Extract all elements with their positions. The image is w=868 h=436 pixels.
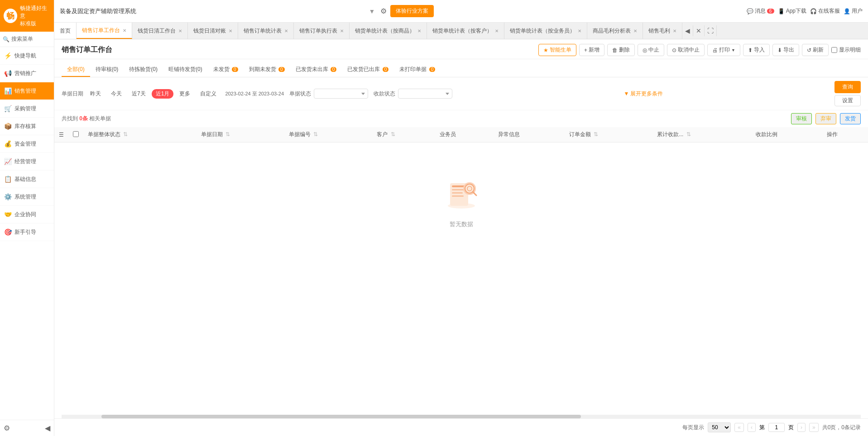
last-page-btn[interactable]: » <box>809 423 819 432</box>
tab-sales-stats-customer[interactable]: 销货单统计表（按客户） ✕ <box>427 23 504 39</box>
tab-cash-daily[interactable]: 钱货日清工作台 ✕ <box>132 23 188 39</box>
sub-tab-wangpu[interactable]: 旺铺待发货(0) <box>163 63 208 77</box>
select-all-checkbox[interactable] <box>73 131 79 137</box>
sidebar-item-label: 采购管理 <box>14 105 36 113</box>
tab-maximize-btn[interactable]: ⛶ <box>705 25 717 36</box>
next-page-btn[interactable]: › <box>797 423 806 432</box>
sidebar-item-inventory[interactable]: 📦 库存核算 <box>0 118 54 135</box>
sidebar-item-marketing[interactable]: 📢 营销推广 <box>0 65 54 82</box>
tab-close-icon[interactable]: ✕ <box>633 28 637 33</box>
sidebar-item-base-info[interactable]: 📋 基础信息 <box>0 171 54 188</box>
app-download-btn[interactable]: 📱 App下载 <box>778 7 806 15</box>
sidebar-item-finance[interactable]: 💰 资金管理 <box>0 135 54 153</box>
sidebar-item-guide[interactable]: 🎯 新手引导 <box>0 223 54 241</box>
tab-sales-order-workspace[interactable]: 销售订单工作台 ✕ <box>77 23 132 39</box>
sub-tab-pending-inspection[interactable]: 待拣验货(0) <box>124 63 163 77</box>
audit-batch-btn[interactable]: 审核 <box>791 113 812 124</box>
refresh-btn[interactable]: ↺ 刷新 <box>802 44 829 56</box>
add-btn[interactable]: + 新增 <box>579 44 604 56</box>
date-btn-1month[interactable]: 近1月 <box>152 89 174 99</box>
tab-sales-order-exec[interactable]: 销售订单执行表 ✕ <box>294 23 350 39</box>
handshake-icon: 🤝 <box>4 210 12 218</box>
tab-close-icon[interactable]: ✕ <box>340 28 344 33</box>
sidebar-item-quick-nav[interactable]: ⚡ 快捷导航 <box>0 47 54 65</box>
clipboard-icon: 📋 <box>4 175 12 183</box>
date-btn-yesterday[interactable]: 昨天 <box>86 89 105 99</box>
print-icon: 🖨 <box>712 47 718 53</box>
sort-number-icon[interactable]: ⇅ <box>313 131 318 137</box>
tab-close-icon[interactable]: ✕ <box>229 28 232 33</box>
tab-close-icon[interactable]: ✕ <box>284 28 288 33</box>
tab-sales-stats-product[interactable]: 销货单统计表（按商品） ✕ <box>350 23 427 39</box>
ship-batch-btn[interactable]: 发货 <box>840 113 861 124</box>
sub-tab-shipped-not-in[interactable]: 已发货未出库 0 <box>290 63 342 77</box>
import-btn[interactable]: ⬆ 导入 <box>743 44 770 56</box>
tab-close-icon[interactable]: ✕ <box>673 28 676 33</box>
message-btn[interactable]: 💬 消息 6 <box>747 7 774 15</box>
tab-close-icon[interactable]: ✕ <box>495 28 499 33</box>
print-btn[interactable]: 🖨 打印 ▼ <box>707 44 740 56</box>
tab-close-all-btn[interactable]: ✕ <box>693 25 705 36</box>
show-detail-checkbox[interactable]: 显示明细 <box>831 46 861 54</box>
sort-customer-icon[interactable]: ⇅ <box>391 131 395 137</box>
tab-cash-reconcile[interactable]: 钱货日清对账 ✕ <box>188 23 238 39</box>
sidebar-item-operations[interactable]: 📈 经营管理 <box>0 153 54 171</box>
horizontal-scrollbar[interactable] <box>62 415 861 418</box>
sidebar-item-purchase[interactable]: 🛒 采购管理 <box>0 100 54 118</box>
sidebar-item-sales[interactable]: 📊 销售管理 <box>0 82 54 100</box>
collapse-icon[interactable]: ◀ <box>45 424 50 432</box>
sort-status-icon[interactable]: ⇅ <box>123 131 128 137</box>
tab-close-icon[interactable]: ✕ <box>417 28 421 33</box>
per-page-select[interactable]: 10 20 50 100 <box>708 422 731 432</box>
smart-create-btn[interactable]: ★ 智能生单 <box>538 44 576 56</box>
export-btn[interactable]: ⬇ 导出 <box>772 44 799 56</box>
tab-home[interactable]: 首页 <box>54 23 77 39</box>
tab-close-icon[interactable]: ✕ <box>178 28 182 33</box>
date-btn-custom[interactable]: 自定义 <box>196 89 221 99</box>
sub-tab-expired-not-shipped[interactable]: 到期未发货 0 <box>244 63 290 77</box>
dropdown-arrow-icon[interactable]: ▼ <box>369 8 375 15</box>
unaudit-batch-btn[interactable]: 弃审 <box>815 113 836 124</box>
settings-query-btn[interactable]: 设置 <box>834 95 861 106</box>
settings-icon[interactable]: ⚙ <box>4 424 10 432</box>
sidebar-item-enterprise[interactable]: 🤝 企业协同 <box>0 206 54 223</box>
sort-amount-icon[interactable]: ⇅ <box>594 131 598 137</box>
column-settings-icon[interactable]: ☰ <box>59 132 64 138</box>
sub-tab-not-shipped[interactable]: 未发货 0 <box>208 63 244 77</box>
prev-page-btn[interactable]: ‹ <box>748 423 756 432</box>
first-page-btn[interactable]: « <box>734 423 744 432</box>
sidebar-item-system[interactable]: ⚙️ 系统管理 <box>0 188 54 206</box>
tab-close-icon[interactable]: ✕ <box>578 28 581 33</box>
sidebar-item-search[interactable]: 🔍 搜索菜单 <box>0 32 54 47</box>
tab-margin-analysis[interactable]: 商品毛利分析表 ✕ <box>587 23 643 39</box>
user-btn[interactable]: 👤 用户 <box>844 7 863 15</box>
tab-sales-profit[interactable]: 销售毛利 ✕ <box>643 23 682 39</box>
industry-btn[interactable]: 体验行业方案 <box>390 5 434 17</box>
stop-btn[interactable]: ◎ 中止 <box>638 44 664 56</box>
settings-header-icon[interactable]: ⚙ <box>380 7 387 15</box>
tab-sales-order-stats[interactable]: 销售订单统计表 ✕ <box>238 23 294 39</box>
sub-tab-not-printed[interactable]: 未打印单据 0 <box>394 63 441 77</box>
status-select[interactable] <box>314 89 368 99</box>
expand-conditions-btn[interactable]: ▼ 展开更多条件 <box>624 90 663 98</box>
cancel-stop-btn[interactable]: ⊙ 取消中止 <box>667 44 705 56</box>
sub-tab-all[interactable]: 全部(0) <box>62 63 90 77</box>
scrollbar-thumb[interactable] <box>101 415 581 418</box>
sort-collected-icon[interactable]: ⇅ <box>686 131 691 137</box>
online-service-btn[interactable]: 🎧 在线客服 <box>810 7 840 15</box>
sort-date-icon[interactable]: ⇅ <box>225 131 230 137</box>
show-detail-input[interactable] <box>831 47 837 53</box>
sub-tab-shipped-out[interactable]: 已发货已出库 0 <box>342 63 394 77</box>
sub-tab-pending-review[interactable]: 待审核(0) <box>90 63 124 77</box>
tab-sales-stats-staff[interactable]: 销货单统计表（按业务员） ✕ <box>504 23 587 39</box>
logo-area: 畅 畅捷通好生意 标准版 <box>0 0 54 32</box>
page-input[interactable] <box>768 423 785 432</box>
payment-select[interactable] <box>398 89 452 99</box>
tab-close-icon[interactable]: ✕ <box>123 28 126 33</box>
query-btn[interactable]: 查询 <box>834 81 861 93</box>
date-btn-more[interactable]: 更多 <box>175 89 194 99</box>
date-btn-today[interactable]: 今天 <box>107 89 126 99</box>
delete-btn[interactable]: 🗑 删除 <box>607 44 635 56</box>
tab-more-btn[interactable]: ◀ <box>682 25 693 36</box>
date-btn-7days[interactable]: 近7天 <box>128 89 150 99</box>
